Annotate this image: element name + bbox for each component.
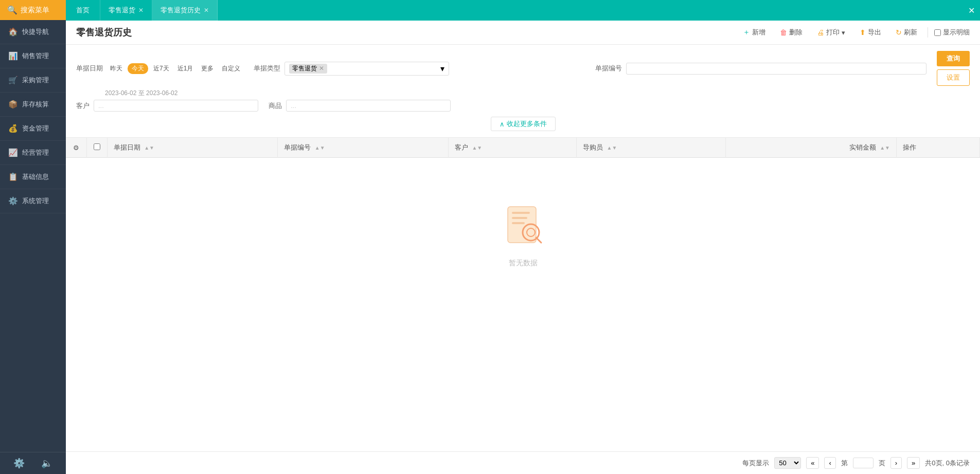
content-area: 零售退货历史 ＋ 新增 🗑 删除 🖨 打印 ▾ ⬆ 导出 bbox=[66, 21, 980, 474]
collapse-icon[interactable]: 🔈 bbox=[41, 458, 52, 469]
empty-text: 暂无数据 bbox=[509, 259, 538, 268]
tab-retail-return-history-label: 零售退货历史 bbox=[161, 6, 201, 15]
tab-retail-return-label: 零售退货 bbox=[109, 6, 135, 15]
home-icon: 🏠 bbox=[8, 27, 18, 37]
type-label: 单据类型 bbox=[254, 64, 280, 73]
export-button[interactable]: ⬆ 导出 bbox=[856, 26, 885, 39]
svg-rect-3 bbox=[512, 222, 525, 224]
next-page-btn[interactable]: › bbox=[890, 457, 902, 469]
page-size-select[interactable]: 50 10 20 100 bbox=[774, 457, 801, 469]
show-detail-label: 显示明细 bbox=[943, 28, 970, 37]
sidebar-item-label: 资金管理 bbox=[22, 124, 49, 133]
gear-icon: ⚙️ bbox=[8, 196, 18, 206]
plus-icon: ＋ bbox=[743, 28, 750, 37]
date-more[interactable]: 更多 bbox=[198, 63, 217, 74]
type-tag-value: 零售退货 ✕ bbox=[289, 64, 327, 74]
collapse-label: 收起更多条件 bbox=[507, 119, 547, 129]
export-btn-label: 导出 bbox=[868, 28, 881, 37]
amount-sort[interactable]: ▲▼ bbox=[880, 145, 890, 151]
svg-line-5 bbox=[536, 238, 541, 243]
page-text: 第 bbox=[841, 459, 848, 468]
box-icon: 📦 bbox=[8, 100, 18, 109]
print-button[interactable]: 🖨 打印 ▾ bbox=[813, 26, 849, 39]
date-range-display: 2023-06-02 至 2023-06-02 bbox=[105, 89, 177, 97]
customer-col-header: 客户 ▲▼ bbox=[448, 138, 576, 158]
last-page-btn[interactable]: » bbox=[907, 457, 920, 469]
tab-retail-return-history[interactable]: 零售退货历史 ✕ bbox=[152, 0, 218, 21]
tab-bar: 首页 零售退货 ✕ 零售退货历史 ✕ ✕ bbox=[66, 0, 980, 21]
settings-icon[interactable]: ⚙ bbox=[73, 144, 79, 152]
delete-button[interactable]: 🗑 删除 bbox=[776, 26, 807, 39]
sidebar-nav: 🏠 快捷导航 📊 销售管理 🛒 采购管理 📦 库存核算 💰 资金管理 📈 经营管… bbox=[0, 20, 66, 452]
prev-page-btn[interactable]: ‹ bbox=[824, 457, 835, 469]
refresh-btn-label: 刷新 bbox=[904, 28, 917, 37]
sidebar-item-basic-info[interactable]: 📋 基础信息 bbox=[0, 165, 66, 189]
sidebar-item-label: 基础信息 bbox=[22, 172, 49, 181]
filter-area: 单据日期 昨天 今天 近7天 近1月 更多 自定义 单据类型 bbox=[66, 45, 980, 138]
customer-sort[interactable]: ▲▼ bbox=[472, 145, 482, 151]
goods-input[interactable]: ... bbox=[286, 100, 451, 112]
svg-rect-1 bbox=[512, 212, 530, 214]
query-button[interactable]: 查询 bbox=[937, 51, 970, 66]
show-detail-checkbox[interactable] bbox=[934, 29, 941, 36]
date-custom[interactable]: 自定义 bbox=[219, 63, 243, 74]
tab-bar-close[interactable]: ✕ bbox=[968, 6, 980, 15]
amount-col-header: 实销金额 ▲▼ bbox=[726, 138, 897, 158]
cart-icon: 🛒 bbox=[8, 76, 18, 85]
settings-bottom-icon[interactable]: ⚙️ bbox=[13, 458, 25, 469]
type-select[interactable]: 零售退货 ✕ ▾ bbox=[284, 62, 449, 76]
chart-icon: 📊 bbox=[8, 51, 18, 61]
settings-col-header: ⚙ bbox=[66, 138, 86, 158]
print-dropdown-icon: ▾ bbox=[842, 29, 845, 37]
tab-retail-return[interactable]: 零售退货 ✕ bbox=[100, 0, 152, 21]
date-sort[interactable]: ▲▼ bbox=[144, 145, 154, 151]
collapse-button[interactable]: ∧ 收起更多条件 bbox=[491, 117, 556, 131]
type-tag-close[interactable]: ✕ bbox=[319, 65, 324, 72]
new-btn-label: 新增 bbox=[752, 28, 765, 37]
new-button[interactable]: ＋ 新增 bbox=[739, 26, 770, 39]
set-button[interactable]: 设置 bbox=[937, 69, 970, 86]
date-today[interactable]: 今天 bbox=[128, 63, 148, 74]
tab-home-label: 首页 bbox=[76, 6, 90, 15]
action-col-header: 操作 bbox=[896, 138, 979, 158]
guide-col-header: 导购员 ▲▼ bbox=[576, 138, 725, 158]
refresh-button[interactable]: ↻ 刷新 bbox=[892, 26, 921, 39]
customer-filter: 客户 ... bbox=[76, 100, 258, 112]
sidebar-item-sales-mgmt[interactable]: 📊 销售管理 bbox=[0, 44, 66, 68]
date-7days[interactable]: 近7天 bbox=[150, 63, 172, 74]
sidebar-item-quick-nav[interactable]: 🏠 快捷导航 bbox=[0, 20, 66, 44]
collapse-icon: ∧ bbox=[500, 120, 505, 128]
goods-label: 商品 bbox=[269, 101, 282, 111]
sidebar-item-system[interactable]: ⚙️ 系统管理 bbox=[0, 189, 66, 213]
sidebar-search[interactable]: 🔍 搜索菜单 bbox=[0, 0, 66, 20]
table-container: ⚙ 单据日期 ▲▼ 单据编号 ▲▼ bbox=[66, 138, 980, 451]
sidebar-item-finance[interactable]: 💰 资金管理 bbox=[0, 117, 66, 141]
toolbar: ＋ 新增 🗑 删除 🖨 打印 ▾ ⬆ 导出 ↻ 刷新 bbox=[739, 26, 970, 39]
select-all-checkbox[interactable] bbox=[94, 143, 100, 150]
sidebar-item-inventory[interactable]: 📦 库存核算 bbox=[0, 93, 66, 117]
table-header-row: ⚙ 单据日期 ▲▼ 单据编号 ▲▼ bbox=[66, 138, 980, 158]
date-yesterday[interactable]: 昨天 bbox=[107, 63, 126, 74]
delete-btn-label: 删除 bbox=[789, 28, 803, 37]
order-no-sort[interactable]: ▲▼ bbox=[315, 145, 325, 151]
tab-retail-return-history-close[interactable]: ✕ bbox=[204, 7, 209, 14]
print-btn-label: 打印 bbox=[826, 28, 840, 37]
show-detail-toggle[interactable]: 显示明细 bbox=[934, 28, 970, 37]
tab-retail-return-close[interactable]: ✕ bbox=[138, 7, 144, 14]
sidebar-bottom: ⚙️ 🔈 bbox=[0, 452, 66, 474]
page-unit: 页 bbox=[879, 459, 885, 468]
sidebar-item-operations[interactable]: 📈 经营管理 bbox=[0, 141, 66, 165]
page-header: 零售退货历史 ＋ 新增 🗑 删除 🖨 打印 ▾ ⬆ 导出 bbox=[66, 21, 980, 45]
date-1month[interactable]: 近1月 bbox=[174, 63, 197, 74]
first-page-btn[interactable]: « bbox=[806, 457, 819, 469]
date-label: 单据日期 bbox=[76, 64, 103, 73]
print-icon: 🖨 bbox=[817, 28, 824, 37]
tab-home[interactable]: 首页 bbox=[66, 0, 100, 21]
sidebar-item-purchase-mgmt[interactable]: 🛒 采购管理 bbox=[0, 68, 66, 93]
type-filter: 单据类型 零售退货 ✕ ▾ bbox=[254, 62, 585, 76]
current-page-input[interactable]: 1 bbox=[853, 458, 874, 468]
guide-sort[interactable]: ▲▼ bbox=[607, 145, 617, 151]
order-no-input[interactable] bbox=[626, 63, 926, 75]
svg-rect-2 bbox=[512, 217, 527, 219]
customer-input[interactable]: ... bbox=[94, 100, 258, 112]
